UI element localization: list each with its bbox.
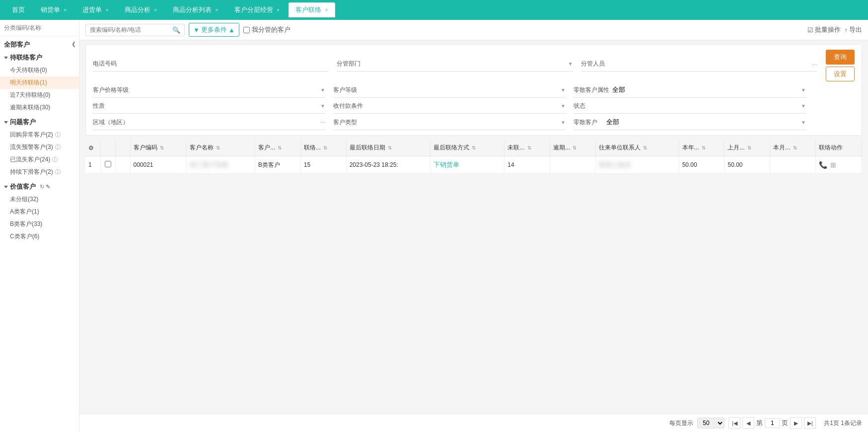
- sidebar: 🔍 全部客户 《 待联络客户 今天待联络(0) 明天待联络(1) 近7天待联络(…: [0, 20, 79, 432]
- sort-icon: ⇅: [643, 145, 647, 150]
- sidebar-item-abnormal[interactable]: 回购异常客户(2) ⓘ: [0, 129, 79, 141]
- close-icon[interactable]: ×: [64, 7, 67, 13]
- chevron-down-icon: ▼: [561, 120, 566, 125]
- close-icon[interactable]: ×: [215, 7, 218, 13]
- export-icon: ↑: [845, 26, 848, 34]
- cell-checkbox[interactable]: [100, 156, 115, 174]
- close-icon[interactable]: ×: [277, 7, 280, 13]
- my-customers-checkbox[interactable]: 我分管的客户: [243, 25, 290, 34]
- search-icon[interactable]: 🔍: [172, 26, 180, 34]
- export-button[interactable]: ↑ 导出: [845, 25, 863, 34]
- sort-icon: ⇅: [323, 145, 327, 150]
- nav-item-customer-contact[interactable]: 客户联络 ×: [289, 2, 335, 17]
- table-row: 1 000021 张三客户名称 B类客户 15 2023-05-23 18:25…: [85, 156, 862, 174]
- sidebar-section-pending: 待联络客户: [0, 51, 79, 64]
- col-actions: 联络动作: [816, 140, 862, 156]
- close-icon[interactable]: ×: [105, 7, 108, 13]
- toolbar: 🔍 ▼ 更多条件 ▲ 我分管的客户 ☑ 批量操作 ↑ 导出: [79, 20, 868, 40]
- filter-buttons: 查询 设置: [826, 50, 855, 81]
- manager-label: 分管人员: [581, 60, 611, 68]
- sidebar-item-tomorrow[interactable]: 明天待联络(1): [0, 76, 79, 89]
- chevron-down-icon: ▼: [561, 103, 566, 109]
- first-page-button[interactable]: |◀: [728, 417, 740, 429]
- sidebar-item-warning[interactable]: 流失预警客户(3) ⓘ: [0, 141, 79, 153]
- triangle-down-icon: [4, 186, 8, 188]
- nav-item-purchase[interactable]: 进货单 ×: [75, 2, 115, 17]
- payment-label: 收付款条件: [333, 102, 363, 110]
- col-this-month[interactable]: 本月... ⇅: [770, 140, 816, 156]
- col-contact-person[interactable]: 往来单位联系人 ⇅: [595, 140, 679, 156]
- col-last-contact-method[interactable]: 最后联络方式 ⇅: [430, 140, 505, 156]
- setting-button[interactable]: 设置: [826, 67, 855, 81]
- phone-action-icon[interactable]: 📞: [819, 161, 827, 169]
- sort-icon: ⇅: [472, 145, 476, 150]
- cell-no-contact: 14: [505, 156, 550, 174]
- phone-input[interactable]: [126, 61, 329, 68]
- nav-item-home[interactable]: 首页: [5, 2, 32, 17]
- page-suffix: 页: [782, 419, 788, 428]
- sidebar-item-ungroup[interactable]: 未分组(32): [0, 193, 79, 206]
- nav-item-product-analysis[interactable]: 商品分析 ×: [118, 2, 164, 17]
- all-customers-label[interactable]: 全部客户: [4, 40, 30, 49]
- sidebar-section-value: 价值客户 ↻ ✎: [0, 180, 79, 193]
- last-page-button[interactable]: ▶|: [804, 417, 816, 429]
- sidebar-item-class-a[interactable]: A类客户(1): [0, 206, 79, 218]
- price-level-label: 客户价格等级: [93, 86, 129, 94]
- sort-icon: ⇅: [278, 145, 282, 150]
- col-last-contact-date[interactable]: 最后联络日期 ⇅: [346, 140, 430, 156]
- sidebar-item-week[interactable]: 近7天待联络(0): [0, 89, 79, 101]
- cell-last-contact-method[interactable]: 下销货单: [430, 156, 505, 174]
- cell-customer-name: 张三客户名称: [186, 156, 255, 174]
- sidebar-item-today[interactable]: 今天待联络(0): [0, 64, 79, 76]
- col-customer-name[interactable]: 客户名称 ⇅: [186, 140, 255, 156]
- query-button[interactable]: 查询: [826, 50, 855, 65]
- close-icon[interactable]: ×: [154, 7, 157, 13]
- sort-icon: ⇅: [527, 145, 531, 150]
- chevron-down-icon: ▼: [801, 103, 806, 109]
- grid-action-icon[interactable]: ⊞: [830, 161, 836, 169]
- prev-page-button[interactable]: ◀: [742, 417, 754, 429]
- sidebar-item-lost[interactable]: 已流失客户(24) ⓘ: [0, 153, 79, 166]
- nav-item-sales[interactable]: 销货单 ×: [34, 2, 73, 17]
- cell-last-month: 50.00: [724, 156, 770, 174]
- col-settings[interactable]: ⚙: [85, 140, 100, 156]
- sidebar-section-problem: 问题客户: [0, 116, 79, 129]
- col-last-month[interactable]: 上月... ⇅: [724, 140, 770, 156]
- cell-this-year: 50.00: [679, 156, 724, 174]
- sidebar-item-declining[interactable]: 持续下滑客户(2) ⓘ: [0, 166, 79, 178]
- col-contact-count[interactable]: 联络... ⇅: [300, 140, 346, 156]
- region-label: 区域（地区）: [93, 118, 129, 127]
- sort-icon: ⇅: [216, 145, 220, 150]
- chevron-down-icon: ▼: [568, 61, 573, 67]
- nav-item-product-analysis-list[interactable]: 商品分析列表 ×: [166, 2, 225, 17]
- filter-button[interactable]: ▼ 更多条件 ▲: [189, 23, 239, 37]
- sort-icon: ⇅: [573, 145, 577, 150]
- chevron-down-icon: ▼: [801, 120, 806, 125]
- collapse-icon[interactable]: 《: [69, 41, 75, 49]
- cell-last-contact-date: 2023-05-23 18:25:: [346, 156, 430, 174]
- chevron-up-icon: ▲: [228, 26, 235, 34]
- close-icon[interactable]: ×: [325, 7, 328, 13]
- sidebar-search-input[interactable]: [4, 24, 78, 31]
- cell-customer-code[interactable]: 000021: [130, 156, 186, 174]
- phone-label: 电话号码: [93, 60, 123, 68]
- col-customer-type[interactable]: 客户... ⇅: [255, 140, 301, 156]
- sidebar-item-class-b[interactable]: B类客户(33): [0, 218, 79, 230]
- sort-icon: ⇅: [793, 145, 797, 150]
- content-area: 🔍 ▼ 更多条件 ▲ 我分管的客户 ☑ 批量操作 ↑ 导出: [79, 20, 868, 432]
- sidebar-item-class-c[interactable]: C类客户(6): [0, 230, 79, 243]
- per-page-select[interactable]: 50 100 200: [697, 418, 724, 429]
- search-input[interactable]: [90, 26, 170, 33]
- page-input[interactable]: [765, 418, 780, 428]
- next-page-button[interactable]: ▶: [790, 417, 802, 429]
- col-customer-code[interactable]: 客户编码 ⇅: [130, 140, 186, 156]
- batch-operation-button[interactable]: ☑ 批量操作: [807, 25, 841, 34]
- per-page-label: 每页显示: [669, 419, 693, 428]
- col-this-year[interactable]: 本年... ⇅: [679, 140, 724, 156]
- sidebar-item-overdue[interactable]: 逾期未联络(30): [0, 101, 79, 114]
- nav-item-customer-tier[interactable]: 客户分层经营 ×: [227, 2, 287, 17]
- cell-contact-count: 15: [300, 156, 346, 174]
- chevron-down-icon: ▼: [801, 87, 806, 93]
- col-overdue[interactable]: 逾期... ⇅: [550, 140, 596, 156]
- col-no-contact[interactable]: 未联... ⇅: [505, 140, 550, 156]
